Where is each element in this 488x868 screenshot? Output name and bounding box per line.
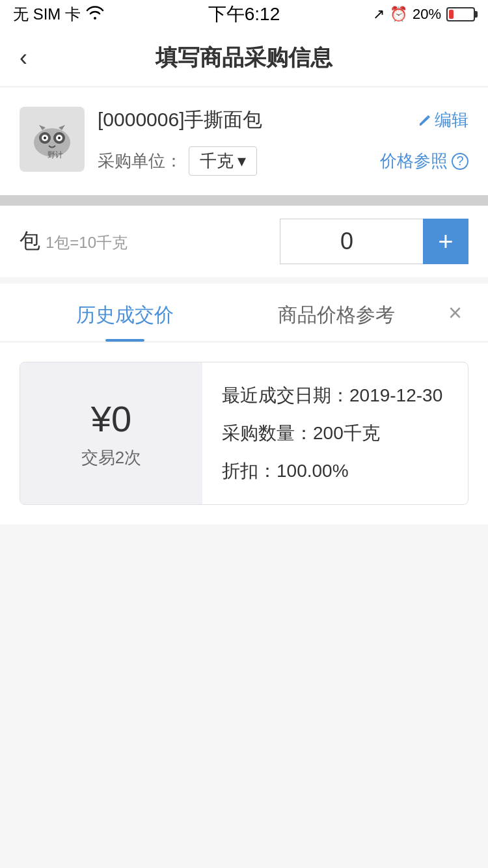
location-icon: ↗ [373, 6, 385, 23]
recent-date-value: 2019-12-30 [349, 385, 442, 405]
svg-point-6 [58, 137, 61, 139]
tab-bar: 历史成交价 商品价格参考 × [0, 284, 488, 342]
price-amount: ¥0 [91, 398, 131, 440]
battery-indicator [446, 7, 475, 21]
edit-label: 编辑 [435, 109, 468, 131]
discount-label: 折扣： [222, 461, 277, 481]
price-summary-left: ¥0 交易2次 [20, 362, 202, 504]
status-bar: 无 SIM 卡 下午6:12 ↗ ⏰ 20% [0, 0, 488, 29]
product-card: 野计 [0000006]手撕面包 编辑 采购单位： [0, 87, 488, 195]
tab-history-price[interactable]: 历史成交价 [20, 284, 230, 342]
product-title: 手撕面包 [184, 109, 262, 130]
recent-date-row: 最近成交日期：2019-12-30 [222, 382, 448, 409]
back-button[interactable]: ‹ [20, 44, 27, 72]
help-icon: ? [452, 153, 468, 170]
product-name: [0000006]手撕面包 [98, 107, 262, 133]
recent-date-label: 最近成交日期： [222, 385, 349, 405]
unit-value: 千克 [200, 150, 234, 172]
quantity-unit-main: 包 [20, 227, 40, 256]
tab-section: 历史成交价 商品价格参考 × ¥0 交易2次 最近成交日期：2019-12-30… [0, 284, 488, 524]
price-card: ¥0 交易2次 最近成交日期：2019-12-30 采购数量：200千克 折扣：… [20, 362, 468, 505]
alarm-icon: ⏰ [390, 6, 407, 23]
price-ref-label: 价格参照 [380, 150, 448, 172]
purchase-qty-value: 200千克 [313, 423, 380, 443]
quantity-row: 包 1包=10千克 + [0, 206, 488, 277]
product-info: [0000006]手撕面包 编辑 采购单位： 千克 ▾ [98, 107, 468, 176]
tab-close-button[interactable]: × [442, 293, 468, 333]
dropdown-icon: ▾ [237, 151, 246, 171]
purchase-qty-label: 采购数量： [222, 423, 313, 443]
battery-text: 20% [413, 6, 441, 23]
product-id: [0000006] [98, 109, 184, 130]
status-left: 无 SIM 卡 [13, 4, 104, 25]
currency-symbol: ¥ [91, 398, 111, 439]
quantity-conversion: 1包=10千克 [46, 232, 128, 253]
unit-select[interactable]: 千克 ▾ [189, 146, 257, 176]
quantity-input-row: + [280, 219, 468, 264]
discount-row: 折扣：100.00% [222, 457, 448, 485]
edit-icon [418, 113, 432, 128]
quantity-plus-button[interactable]: + [423, 219, 468, 264]
price-value: 0 [111, 398, 131, 439]
svg-point-5 [44, 137, 46, 139]
svg-text:野计: 野计 [47, 150, 63, 159]
unit-row: 采购单位： 千克 ▾ [98, 146, 257, 176]
owl-logo: 野计 [29, 120, 75, 159]
discount-value: 100.00% [277, 461, 349, 481]
status-right: ↗ ⏰ 20% [373, 6, 475, 23]
quantity-label: 包 1包=10千克 [20, 227, 128, 256]
status-time: 下午6:12 [208, 2, 280, 27]
price-detail-right: 最近成交日期：2019-12-30 采购数量：200千克 折扣：100.00% [202, 362, 468, 504]
quantity-input[interactable] [280, 219, 423, 264]
history-price-content: ¥0 交易2次 最近成交日期：2019-12-30 采购数量：200千克 折扣：… [0, 342, 488, 524]
purchase-qty-row: 采购数量：200千克 [222, 420, 448, 447]
unit-label: 采购单位： [98, 150, 182, 172]
wifi-icon [86, 5, 104, 23]
page-title: 填写商品采购信息 [156, 43, 332, 73]
section-divider [0, 195, 488, 206]
price-ref-button[interactable]: 价格参照 ? [380, 150, 468, 172]
product-thumbnail: 野计 [20, 107, 85, 172]
tab-product-price-ref[interactable]: 商品价格参考 [230, 284, 441, 342]
trade-count: 交易2次 [81, 446, 141, 469]
edit-button[interactable]: 编辑 [418, 109, 468, 131]
carrier-text: 无 SIM 卡 [13, 4, 81, 25]
nav-bar: ‹ 填写商品采购信息 [0, 29, 488, 87]
